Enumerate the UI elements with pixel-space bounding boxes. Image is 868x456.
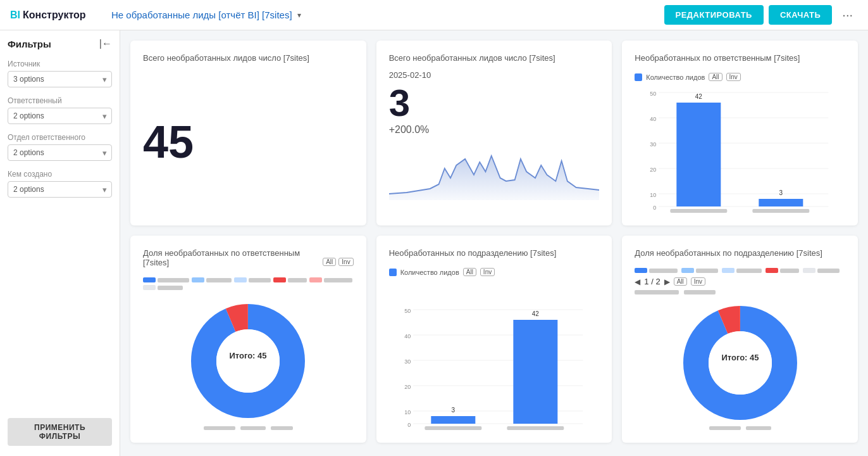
card6-title: Доля необработанных по подразделению [7s… [635,248,822,258]
filter-created-by: Кем создано 2 options [8,170,112,198]
legend-color-dot-5 [389,269,397,276]
header-actions: РЕДАКТИРОВАТЬ СКАЧАТЬ ··· [664,5,858,25]
filter-responsible: Ответственный 2 options [8,96,112,124]
svg-text:3: 3 [779,189,783,196]
svg-rect-15 [753,209,810,213]
filter-responsible-select[interactable]: 2 options [8,108,112,124]
filter-department-label: Отдел ответственного [8,133,112,142]
legend-item-6 [143,285,183,290]
sidebar: Фильтры |← Источник 3 options Ответствен… [0,30,120,456]
legend-item-3 [234,277,271,282]
filters-title: Фильтры [8,39,51,49]
pagination-next-button[interactable]: ▶ [664,277,670,286]
svg-text:20: 20 [650,167,657,173]
c6-legend-5 [803,268,840,273]
card6-all-button[interactable]: All [674,277,687,286]
card3-top-row: Необработанных по ответственным [7sites] [635,53,845,70]
card1-title: Всего необработанных лидов число [7sites… [143,53,354,63]
chevron-down-icon[interactable]: ▾ [297,11,301,20]
legend-inv-button[interactable]: Inv [726,73,741,81]
legend-item-5 [309,277,352,282]
card2-value: 3 [389,82,600,124]
svg-text:0: 0 [654,205,657,211]
edit-button[interactable]: РЕДАКТИРОВАТЬ [664,5,764,25]
bar-2[interactable] [759,199,803,206]
legend-all-button-5[interactable]: All [463,268,476,276]
logo-text: Конструктор [23,10,86,21]
card5-chart-area: 50 40 30 20 10 0 3 4 [389,281,600,430]
card4-inv-button[interactable]: Inv [338,258,353,266]
card6-donut-wrap: Итого: 45 [635,300,845,426]
download-button[interactable]: СКАЧАТЬ [769,5,832,25]
filter-department-select[interactable]: 2 options [8,144,112,161]
card1-value: 45 [143,119,354,165]
card4-top-row: Доля необработанных по ответственным [7s… [143,248,354,275]
filter-source-label: Источник [8,60,112,68]
svg-text:40: 40 [650,116,657,122]
bar-5-2[interactable] [513,320,557,424]
more-options-button[interactable]: ··· [837,5,858,25]
page-title: Не обработанные лиды [отчёт BI] [7sites]… [111,10,664,20]
legend-row: Количество лидов All Inv [635,73,741,81]
bar-chart-svg-5: 50 40 30 20 10 0 3 4 [389,303,600,430]
sidebar-collapse-button[interactable]: |← [99,38,112,49]
main-content: Всего необработанных лидов число [7sites… [120,30,868,456]
svg-rect-34 [425,426,481,430]
card4-donut-wrap: Итого: 45 [143,295,354,426]
card4-title: Доля необработанных по ответственным [7s… [143,248,323,267]
card5-legend: Количество лидов All Inv [389,268,600,281]
c6-legend-2 [681,268,718,273]
pagination-prev-button[interactable]: ◀ [635,277,640,286]
legend-label-5: Количество лидов [400,269,459,276]
svg-text:40: 40 [404,333,411,339]
legend-inv-button-5[interactable]: Inv [480,268,495,276]
svg-rect-35 [507,426,564,430]
pagination-label: 1 / 2 [644,277,660,286]
card-donut-responsible: Доля необработанных по ответственным [7s… [130,236,366,443]
card5-title: Необработанных по подразделению [7sites] [389,248,557,258]
logo: BI Конструктор [10,10,111,21]
card6-legend-pagination: ◀ 1 / 2 ▶ All Inv [635,268,845,286]
svg-text:30: 30 [650,141,657,148]
logo-bi: BI [10,10,20,21]
legend-color-dot [635,73,642,81]
c6-legend-4 [766,268,799,273]
card6-x-labels [635,426,845,430]
svg-text:20: 20 [404,384,411,390]
card3-legend: Количество лидов All Inv [635,73,845,86]
donut-chart-svg-6: Итого: 45 [677,300,803,426]
sparkline-chart [389,143,600,213]
legend-all-button[interactable]: All [709,73,722,81]
card-bar-subdivision: Необработанных по подразделению [7sites]… [376,236,612,443]
legend-item-4 [273,277,307,282]
card4-all-button[interactable]: All [323,258,336,266]
c6-legend-3 [722,268,762,273]
filter-responsible-wrap: 2 options [8,108,112,124]
card-metric-sparkline: Всего необработанных лидов число [7sites… [376,41,612,225]
card-total-count: Всего необработанных лидов число [7sites… [130,41,366,225]
card6-inv-button[interactable]: Inv [691,277,705,286]
svg-text:10: 10 [650,192,657,198]
bar-chart-svg: 50 40 30 20 10 0 42 [635,86,845,213]
bar-5-1[interactable] [431,416,475,424]
title-text: Не обработанные лиды [отчёт BI] [7sites] [111,10,292,20]
bar-1[interactable] [677,103,721,206]
svg-point-18 [216,329,280,393]
svg-text:42: 42 [531,310,539,317]
svg-text:3: 3 [451,407,455,414]
filter-source-select[interactable]: 3 options [8,71,112,87]
layout: Фильтры |← Источник 3 options Ответствен… [0,30,868,456]
legend-item-2 [192,277,232,282]
svg-text:0: 0 [407,422,411,428]
svg-text:30: 30 [404,358,411,365]
card2-title: Всего необработанных лидов число [7sites… [389,53,600,63]
card4-legend [143,277,354,290]
card6-legend-row2 [635,290,845,294]
svg-text:42: 42 [695,93,703,100]
apply-filters-button[interactable]: ПРИМЕНИТЬ ФИЛЬТРЫ [8,418,112,446]
c6-legend-1 [635,268,678,273]
filter-created-by-wrap: 2 options [8,181,112,198]
filter-created-by-select[interactable]: 2 options [8,181,112,198]
header: BI Конструктор Не обработанные лиды [отч… [0,0,868,30]
svg-text:Итого: 45: Итого: 45 [721,353,759,362]
